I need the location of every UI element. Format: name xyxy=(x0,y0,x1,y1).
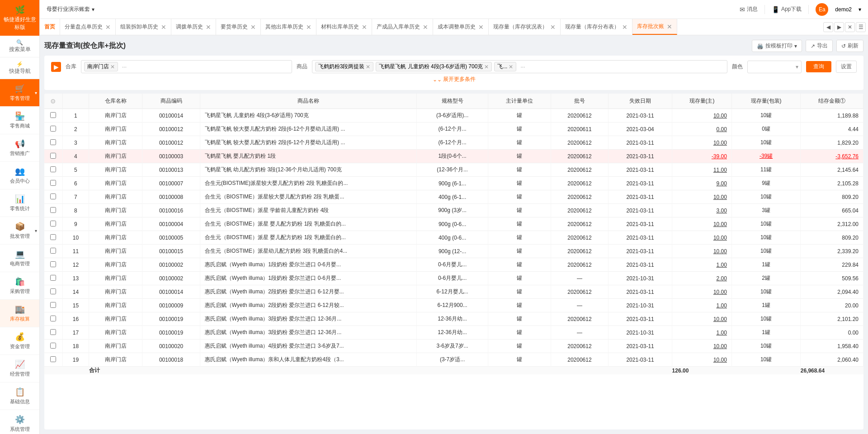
tab-close-mix-history[interactable]: ✕ xyxy=(206,24,211,30)
product-more-dots[interactable]: ··· xyxy=(519,64,527,70)
tab-close-batch-voucher[interactable]: ✕ xyxy=(667,24,672,30)
th-settings[interactable]: ⚙ xyxy=(44,94,62,109)
expand-conditions-button[interactable]: ⌄⌄ 展开更多条件 xyxy=(51,73,857,85)
cell-qty-main[interactable]: 10.00 xyxy=(672,136,732,150)
cell-checkbox[interactable] xyxy=(44,312,62,326)
cell-qty-main[interactable]: 11.00 xyxy=(672,163,732,177)
tab-close-inventory-dist[interactable]: ✕ xyxy=(622,24,627,30)
cell-qty-main[interactable]: 10.00 xyxy=(672,231,732,245)
cell-checkbox[interactable] xyxy=(44,272,62,285)
cell-qty-main[interactable]: 10.00 xyxy=(672,340,732,353)
tab-inventory-dist[interactable]: 现存量（库存分布表）✕ xyxy=(561,19,632,35)
cell-qty-main[interactable]: 10.00 xyxy=(672,109,732,123)
breadcrumb-select[interactable]: 母婴行业演示账套 ▾ xyxy=(47,5,94,13)
cell-qty-main[interactable]: 10.00 xyxy=(672,190,732,204)
cell-checkbox[interactable] xyxy=(44,245,62,258)
tab-close-cost-adjust-history[interactable]: ✕ xyxy=(478,24,484,30)
product-tag-close-3[interactable]: ✕ xyxy=(509,64,513,70)
tab-close-order-history[interactable]: ✕ xyxy=(250,24,256,30)
sidebar-item-marketing[interactable]: 📢 营销推广 xyxy=(0,134,39,162)
warehouse-filter-input[interactable]: 南岸门店 ✕ ··· xyxy=(81,60,292,73)
sidebar-item-purchase[interactable]: 🛍️ 采购管理 xyxy=(0,272,39,300)
cell-checkbox[interactable] xyxy=(44,340,62,353)
tab-other-out-history[interactable]: 其他出库单历史✕ xyxy=(261,19,316,35)
tab-disassembly-history[interactable]: 组装拆卸单历史✕ xyxy=(116,19,171,35)
warehouse-tag-close[interactable]: ✕ xyxy=(110,64,115,70)
warehouse-more-dots[interactable]: ··· xyxy=(120,64,128,70)
settings-button[interactable]: 设置 xyxy=(836,61,857,73)
cell-checkbox[interactable] xyxy=(44,285,62,299)
cell-qty-main[interactable]: 1.00 xyxy=(672,299,732,312)
tab-cost-adjust-history[interactable]: 成本调整单历史✕ xyxy=(433,19,489,35)
tab-next-button[interactable]: ▶ xyxy=(834,22,844,32)
sidebar-item-retail-mall[interactable]: 🏪 零售商城 xyxy=(0,107,39,134)
cell-checkbox[interactable] xyxy=(44,231,62,245)
cell-checkbox[interactable] xyxy=(44,353,62,367)
product-tag-close-1[interactable]: ✕ xyxy=(366,64,370,70)
app-download-button[interactable]: 📱 App下载 xyxy=(772,5,802,13)
cell-checkbox[interactable] xyxy=(44,109,62,123)
cell-qty-main[interactable]: 1.00 xyxy=(672,258,732,272)
sidebar-item-basic-info[interactable]: 📋 基础信息 xyxy=(0,382,39,410)
sidebar-item-finance[interactable]: 💰 资金管理 xyxy=(0,327,39,355)
cell-checkbox[interactable] xyxy=(44,258,62,272)
sidebar-shortcut[interactable]: ⚡ 快捷导航 xyxy=(0,57,39,79)
cell-qty-main[interactable]: 10.00 xyxy=(672,245,732,258)
cell-qty-main[interactable]: 3.00 xyxy=(672,204,732,217)
tab-prev-button[interactable]: ◀ xyxy=(823,22,833,32)
cell-checkbox[interactable] xyxy=(44,217,62,231)
filter-expand-arrow[interactable]: ▶ xyxy=(51,62,61,72)
tab-close-product-in-history[interactable]: ✕ xyxy=(423,24,428,30)
sidebar-item-inventory[interactable]: 🏬 库存核算 xyxy=(0,300,39,327)
sidebar-item-retail-manage[interactable]: 🛒 零售管理 ▾ xyxy=(0,79,39,107)
cell-qty-main[interactable]: 2.00 xyxy=(672,272,732,285)
export-button[interactable]: ↗ 导出 xyxy=(806,40,833,52)
user-avatar[interactable]: Ea xyxy=(816,3,828,16)
tab-close-disassembly-history[interactable]: ✕ xyxy=(161,24,166,30)
cell-qty-main[interactable]: 9.00 xyxy=(672,177,732,190)
sidebar-search[interactable]: 🔍 搜索菜单 xyxy=(0,36,39,57)
messages-button[interactable]: ✉ 消息 xyxy=(740,5,758,13)
cell-checkbox[interactable] xyxy=(44,299,62,312)
cell-checkbox[interactable] xyxy=(44,326,62,340)
tab-close-inventory-status[interactable]: ✕ xyxy=(550,24,556,30)
sidebar-item-operations[interactable]: 📈 经营管理 xyxy=(0,355,39,382)
cell-checkbox[interactable] xyxy=(44,150,62,163)
product-filter-input[interactable]: 飞鹤奶粉3段两提装 ✕ 飞鹤星飞帆 儿童奶粉 4段(3-6岁适用) 700克 ✕… xyxy=(312,60,727,73)
tab-inventory-status[interactable]: 现存量（库存状况表）✕ xyxy=(489,19,561,35)
tab-close-other-out-history[interactable]: ✕ xyxy=(306,24,311,30)
product-tag-close-2[interactable]: ✕ xyxy=(484,64,489,70)
cell-qty-main[interactable]: 0.00 xyxy=(672,123,732,136)
tab-close-all-button[interactable]: ✕ xyxy=(845,22,855,32)
sidebar-item-ecommerce[interactable]: 💻 电商管理 xyxy=(0,245,39,272)
query-button[interactable]: 查询 xyxy=(806,61,831,72)
cell-qty-main[interactable]: 10.00 xyxy=(672,353,732,367)
tab-mix-history[interactable]: 调拨单历史✕ xyxy=(171,19,216,35)
cell-qty-main[interactable]: 1.00 xyxy=(672,326,732,340)
tab-home[interactable]: 首页 xyxy=(40,19,60,35)
sidebar-item-member-center[interactable]: 👥 会员中心 xyxy=(0,162,39,189)
cell-qty-main[interactable]: 10.00 xyxy=(672,217,732,231)
tab-batch-voucher[interactable]: 库存批次账✕ xyxy=(632,19,677,35)
cell-checkbox[interactable] xyxy=(44,190,62,204)
refresh-button[interactable]: ↺ 刷新 xyxy=(836,40,863,52)
sidebar-item-sys-manage[interactable]: ⚙️ 系统管理 xyxy=(0,410,39,434)
tab-order-history[interactable]: 要货单历史✕ xyxy=(216,19,261,35)
cell-checkbox[interactable] xyxy=(44,177,62,190)
tab-close-material-out-history[interactable]: ✕ xyxy=(362,24,367,30)
cell-qty-main[interactable]: -39.00 xyxy=(672,150,732,163)
color-filter-input[interactable]: ▾ xyxy=(747,61,802,73)
cell-checkbox[interactable] xyxy=(44,123,62,136)
sidebar-item-retail-stats[interactable]: 📊 零售统计 xyxy=(0,189,39,217)
sidebar-item-batch-manage[interactable]: 📦 批发管理 ▾ xyxy=(0,217,39,245)
print-button[interactable]: 🖨️ 按模板打印 ▾ xyxy=(752,40,802,52)
tab-product-in-history[interactable]: 产成品入库单历史✕ xyxy=(372,19,433,35)
tab-close-split-checkin-history[interactable]: ✕ xyxy=(105,24,111,30)
tab-menu-button[interactable]: ☰ xyxy=(856,22,866,32)
cell-qty-main[interactable]: 10.00 xyxy=(672,312,732,326)
tab-material-out-history[interactable]: 材料出库单历史✕ xyxy=(316,19,372,35)
cell-checkbox[interactable] xyxy=(44,204,62,217)
cell-qty-main[interactable]: 10.00 xyxy=(672,285,732,299)
tab-split-checkin-history[interactable]: 分量盘点单历史✕ xyxy=(60,19,116,35)
cell-checkbox[interactable] xyxy=(44,136,62,150)
